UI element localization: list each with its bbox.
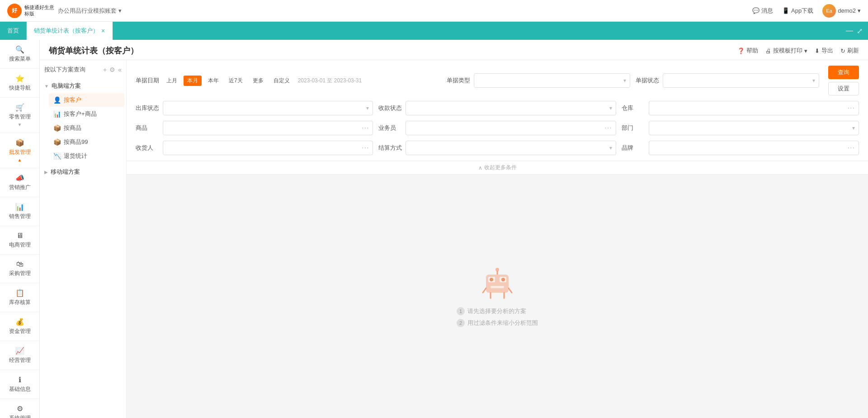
filter-consignee-field: 收货人 ···	[136, 141, 373, 155]
filter-panel-area: 按以下方案查询 + ⚙ « ▼ 电脑端方案 👤	[40, 60, 868, 418]
add-scheme-button[interactable]: +	[103, 66, 107, 73]
minimize-button[interactable]: —	[846, 27, 853, 35]
filter-brand-field: 品牌 ···	[622, 141, 859, 155]
inventory-icon: 📋	[15, 289, 24, 297]
template-print-button[interactable]: 🖨 按模板打印 ▾	[765, 47, 807, 55]
query-button[interactable]: 查询	[828, 66, 859, 79]
refresh-button[interactable]: ↻ 刷新	[840, 47, 859, 55]
filter-right: 单据日期 上月 本月 本年 近7天 更多 自定义 2023-03-01 至 20…	[127, 60, 868, 418]
ecommerce-icon: 🖥	[16, 232, 24, 240]
scheme-item-customer-goods[interactable]: 📊 按客户+商品	[49, 107, 124, 121]
collapse-scheme-button[interactable]: «	[118, 66, 122, 73]
scheme-item-by-customer[interactable]: 👤 按客户	[49, 93, 124, 107]
doc-type-input[interactable]: ▾	[474, 73, 630, 88]
hint-num-2: 2	[457, 319, 465, 327]
doc-status-input[interactable]: ▾	[663, 73, 819, 88]
receipt-status-input[interactable]: ▾	[406, 101, 616, 115]
header-right: 💬 消息 📱 App下载 Ea demo2 ▾	[752, 4, 861, 18]
settings-scheme-button[interactable]: ⚙	[109, 66, 115, 73]
chevron-down-icon: ▾	[609, 145, 612, 151]
dots-icon: ···	[362, 124, 369, 132]
sidebar-item-purchase[interactable]: 🛍 采购管理	[0, 255, 39, 283]
export-button[interactable]: ⬇ 导出	[815, 47, 833, 55]
date-tab-7days[interactable]: 近7天	[225, 76, 246, 86]
chevron-up-icon: ∧	[478, 165, 482, 171]
scheme-item-return-stats[interactable]: 📉 退货统计	[49, 149, 124, 163]
empty-hint-2: 2 用过滤条件来缩小分析范围	[457, 319, 538, 327]
user-menu[interactable]: Ea demo2 ▾	[822, 4, 861, 18]
setting-button[interactable]: 设置	[828, 82, 859, 95]
chevron-down-icon: ▾	[623, 77, 626, 84]
date-tab-more[interactable]: 更多	[249, 76, 267, 86]
goods-input[interactable]: ···	[163, 121, 373, 135]
svg-line-8	[483, 288, 486, 293]
top-header: 好 畅捷通好生意 标版 办公用品行业模拟账套 ▾ 💬 消息 📱 App下载 Ea…	[0, 0, 868, 22]
empty-hint-1: 1 请先选择要分析的方案	[457, 307, 538, 315]
chevron-down-icon: ▾	[812, 77, 815, 84]
filter-action-buttons: 查询 设置	[828, 66, 859, 95]
goods-icon: 📦	[53, 124, 61, 132]
sidebar-item-marketing[interactable]: 📣 营销推广	[0, 168, 39, 197]
collapse-bar[interactable]: ∧ 收起更多条件	[127, 161, 868, 175]
maximize-button[interactable]: ⤢	[857, 27, 863, 35]
chevron-down-icon: ▾	[118, 7, 122, 14]
sidebar: 🔍 搜索菜单 ⭐ 快捷导航 🛒 零售管理 ▼ 📦 批发管理 ▲ 📣 营销推广 📊…	[0, 40, 40, 418]
department-input[interactable]: ▾	[649, 121, 859, 135]
salesperson-input[interactable]: ···	[406, 121, 616, 135]
tab-close-button[interactable]: ×	[101, 27, 105, 34]
message-button[interactable]: 💬 消息	[752, 7, 773, 15]
sidebar-item-wholesale[interactable]: 📦 批发管理 ▲	[0, 133, 39, 168]
scheme-group-mobile-header[interactable]: ▶ 移动端方案	[40, 165, 126, 179]
scheme-group-pc: ▼ 电脑端方案 👤 按客户 📊 按客户+商品 📦	[40, 79, 126, 163]
filter-receipt-status-field: 收款状态 ▾	[378, 101, 616, 115]
page-actions: ❓ 帮助 🖨 按模板打印 ▾ ⬇ 导出 ↻ 刷新	[737, 47, 859, 55]
brand-input[interactable]: ···	[649, 141, 859, 155]
date-tab-this-month[interactable]: 本月	[184, 76, 202, 86]
industry-selector[interactable]: 办公用品行业模拟账套 ▾	[58, 7, 122, 15]
svg-rect-5	[491, 286, 504, 288]
window-controls: — ⤢	[840, 22, 868, 40]
logo-text: 畅捷通好生意 标版	[24, 5, 54, 16]
scheme-item-by-goods99[interactable]: 📦 按商品99	[49, 135, 124, 149]
sidebar-item-search[interactable]: 🔍 搜索菜单	[0, 40, 39, 69]
filter-goods-field: 商品 ···	[136, 121, 373, 135]
scheme-header: 按以下方案查询 + ⚙ «	[40, 64, 126, 77]
sidebar-item-finance[interactable]: 💰 资金管理	[0, 312, 39, 341]
app-download-button[interactable]: 📱 App下载	[782, 7, 813, 15]
filter-salesperson-field: 业务员 ···	[378, 121, 616, 135]
sidebar-item-basic-info[interactable]: ℹ 基础信息	[0, 370, 39, 399]
date-tab-this-year[interactable]: 本年	[204, 76, 222, 86]
sidebar-item-ecommerce[interactable]: 🖥 电商管理	[0, 226, 39, 255]
empty-text: 1 请先选择要分析的方案 2 用过滤条件来缩小分析范围	[457, 307, 538, 327]
customer-icon: 👤	[53, 96, 61, 104]
avatar: Ea	[822, 4, 836, 18]
help-button[interactable]: ❓ 帮助	[737, 47, 758, 55]
chevron-down-icon: ▼	[44, 84, 49, 89]
print-icon: 🖨	[765, 48, 771, 54]
sidebar-item-retail[interactable]: 🛒 零售管理 ▼	[0, 98, 39, 133]
svg-point-4	[501, 278, 505, 281]
scheme-group-pc-header[interactable]: ▼ 电脑端方案	[40, 79, 126, 93]
consignee-input[interactable]: ···	[163, 141, 373, 155]
scheme-item-by-goods[interactable]: 📦 按商品	[49, 121, 124, 135]
sidebar-item-operations[interactable]: 📈 经营管理	[0, 341, 39, 370]
filter-form: 单据日期 上月 本月 本年 近7天 更多 自定义 2023-03-01 至 20…	[127, 60, 868, 161]
tab-current[interactable]: 销货单统计表（按客户） ×	[27, 22, 113, 40]
filter-row-1: 单据日期 上月 本月 本年 近7天 更多 自定义 2023-03-01 至 20…	[136, 66, 859, 95]
settlement-input[interactable]: ▾	[406, 141, 616, 155]
sidebar-item-system[interactable]: ⚙ 系统管理	[0, 399, 39, 418]
date-tab-custom[interactable]: 自定义	[270, 76, 293, 86]
out-status-input[interactable]: ▾	[163, 101, 373, 115]
filter-out-status-field: 出库状态 ▾	[136, 101, 373, 115]
warehouse-input[interactable]: ···	[649, 101, 859, 115]
chevron-down-icon: ▾	[858, 7, 861, 14]
sidebar-item-inventory[interactable]: 📋 库存核算	[0, 283, 39, 312]
goods99-icon: 📦	[53, 138, 61, 146]
sidebar-item-shortcuts[interactable]: ⭐ 快捷导航	[0, 69, 39, 98]
chevron-down-icon: ▼	[18, 122, 22, 127]
download-icon: 📱	[782, 7, 789, 14]
sidebar-item-sales[interactable]: 📊 销售管理	[0, 197, 39, 226]
tab-home[interactable]: 首页	[0, 22, 27, 40]
date-tab-last-month[interactable]: 上月	[163, 76, 181, 86]
dots-icon: ···	[362, 144, 369, 152]
